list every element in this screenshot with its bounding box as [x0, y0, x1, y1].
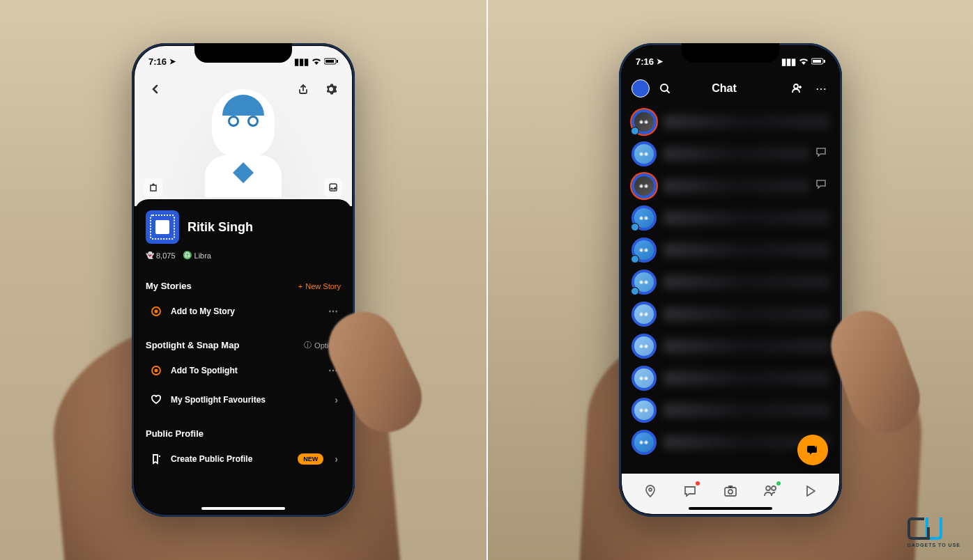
notification-dot [696, 481, 700, 485]
svg-point-12 [794, 84, 798, 88]
chat-row[interactable] [629, 266, 832, 298]
create-public-profile[interactable]: Create Public Profile NEW › [146, 444, 341, 474]
chat-list[interactable] [622, 103, 839, 474]
nav-camera[interactable] [719, 480, 742, 502]
chat-avatar[interactable] [631, 109, 657, 134]
phone-frame-left: 7:16 ➤ ▮▮▮ [132, 43, 355, 517]
phone-frame-right: 7:16 ➤ ▮▮▮ Chat [619, 43, 842, 517]
status-badge [631, 287, 639, 295]
chat-name-redacted [664, 403, 829, 417]
battery-icon [324, 56, 338, 67]
location-icon: ➤ [657, 57, 663, 66]
info-icon: ⓘ [304, 340, 312, 350]
svg-rect-9 [813, 60, 821, 63]
svg-rect-2 [337, 60, 338, 63]
share-button[interactable] [293, 79, 313, 99]
chat-avatar[interactable] [631, 334, 657, 359]
chat-avatar[interactable] [631, 238, 657, 263]
notification-dot [776, 481, 781, 485]
svg-point-7 [155, 369, 158, 373]
new-story-button[interactable]: + New Story [298, 282, 341, 290]
chat-title: Chat [666, 82, 782, 95]
chat-row[interactable] [629, 138, 832, 170]
chat-avatar[interactable] [631, 366, 657, 391]
outfit-button[interactable] [144, 178, 162, 196]
status-badge [631, 127, 639, 135]
settings-button[interactable] [321, 79, 341, 99]
location-icon: ➤ [169, 57, 176, 66]
chat-name-redacted [664, 339, 829, 353]
chat-avatar[interactable] [631, 302, 657, 327]
signal-icon: ▮▮▮ [781, 56, 796, 67]
svg-point-13 [649, 488, 652, 491]
wifi-icon [799, 56, 809, 67]
heart-icon [148, 392, 164, 407]
add-to-spotlight[interactable]: Add To Spotlight ⋯ [146, 356, 341, 385]
bookmark-add-icon [148, 451, 164, 467]
chat-row[interactable] [629, 330, 832, 362]
ghost-icon: 👻 [146, 251, 154, 259]
nav-chat[interactable] [679, 480, 701, 502]
chat-name-redacted [664, 275, 829, 289]
new-badge: NEW [298, 453, 323, 465]
svg-rect-10 [824, 60, 825, 63]
reply-icon[interactable] [815, 179, 829, 193]
wifi-icon [312, 56, 321, 67]
nav-map[interactable] [639, 480, 661, 502]
chat-row[interactable] [629, 298, 832, 330]
home-indicator[interactable] [201, 507, 285, 510]
notch [682, 43, 779, 63]
background-button[interactable] [324, 178, 342, 196]
more-button[interactable]: ⋯ [813, 80, 829, 97]
chat-row[interactable] [629, 170, 832, 202]
add-friend-button[interactable] [789, 80, 806, 97]
spotlight-title: Spotlight & Snap Map [146, 340, 239, 350]
status-time: 7:16 [636, 56, 654, 67]
svg-point-17 [772, 486, 776, 490]
chat-row[interactable] [629, 362, 832, 394]
snap-score[interactable]: 👻 8,075 [146, 251, 176, 260]
camera-icon [148, 304, 164, 319]
status-time: 7:16 [148, 56, 167, 67]
chat-row[interactable] [629, 106, 832, 138]
chat-name-redacted [664, 307, 829, 321]
zodiac-sign[interactable]: ♎ Libra [183, 251, 211, 260]
chat-avatar[interactable] [631, 398, 657, 423]
back-button[interactable] [146, 79, 165, 99]
watermark: GADGETS TO USE [907, 518, 961, 547]
status-badge [631, 255, 639, 263]
more-icon[interactable]: ⋯ [328, 306, 338, 317]
svg-point-5 [155, 310, 158, 313]
home-indicator[interactable] [689, 507, 772, 510]
chat-row[interactable] [629, 394, 832, 426]
svg-rect-14 [725, 488, 736, 496]
chat-name-redacted [664, 371, 829, 385]
svg-rect-1 [325, 60, 334, 63]
snapcode[interactable] [146, 210, 179, 244]
camera-icon [148, 363, 164, 378]
chat-name-redacted [664, 179, 809, 193]
chat-avatar[interactable] [631, 141, 657, 166]
chat-row[interactable] [629, 202, 832, 234]
bitmoji-avatar[interactable] [194, 89, 292, 208]
chat-row[interactable] [629, 234, 832, 266]
reply-icon[interactable] [815, 147, 829, 161]
public-profile-title: Public Profile [146, 428, 204, 439]
chat-avatar[interactable] [631, 173, 657, 199]
profile-avatar-button[interactable] [631, 79, 650, 98]
nav-stories[interactable] [760, 480, 782, 502]
signal-icon: ▮▮▮ [294, 56, 309, 67]
spotlight-favourites[interactable]: My Spotlight Favourites › [146, 385, 341, 414]
nav-spotlight[interactable] [799, 480, 822, 502]
svg-point-15 [728, 490, 733, 494]
battery-icon [811, 56, 825, 67]
chat-name-redacted [664, 115, 829, 129]
add-to-my-story[interactable]: Add to My Story ⋯ [146, 297, 341, 326]
svg-point-16 [766, 486, 770, 490]
plus-icon: + [298, 282, 302, 290]
profile-name: Ritik Singh [187, 220, 253, 235]
chat-avatar[interactable] [631, 205, 657, 231]
chat-avatar[interactable] [631, 270, 657, 295]
new-chat-fab[interactable] [797, 435, 828, 465]
chat-avatar[interactable] [631, 430, 657, 455]
